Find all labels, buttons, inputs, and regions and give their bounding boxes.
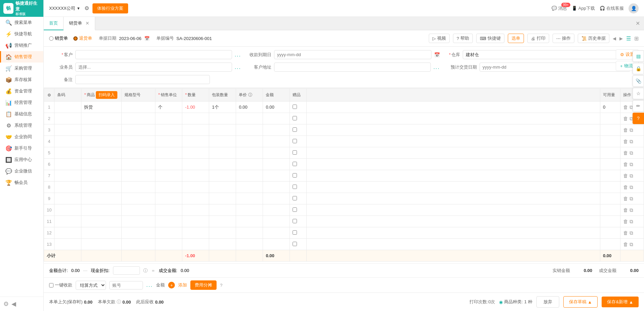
- due-date-calendar-icon[interactable]: 📅: [434, 52, 440, 57]
- gift-checkbox[interactable]: [293, 242, 297, 246]
- expected-date-input[interactable]: [480, 63, 630, 72]
- remarks-input[interactable]: [75, 75, 210, 84]
- delete-icon[interactable]: 🗑: [623, 150, 628, 156]
- copy-icon[interactable]: ⧉: [630, 196, 633, 202]
- row-price[interactable]: 0.00: [236, 102, 263, 113]
- account-more-icon[interactable]: ...: [146, 282, 153, 288]
- sidebar-item-collab[interactable]: 🤝 企业协同: [0, 131, 43, 143]
- expense-btn[interactable]: 费用分摊: [190, 280, 217, 290]
- customer-more-icon[interactable]: ...: [235, 52, 241, 58]
- delete-icon[interactable]: 🗑: [623, 196, 628, 201]
- view-list-icon[interactable]: ☰: [626, 35, 631, 42]
- copy-icon[interactable]: ⧉: [630, 173, 633, 179]
- gift-checkbox[interactable]: [293, 196, 297, 200]
- delete-icon[interactable]: 🗑: [623, 241, 628, 247]
- gift-checkbox[interactable]: [293, 207, 297, 212]
- radio-return[interactable]: 退货单: [73, 35, 92, 41]
- one-click-checkbox[interactable]: [49, 283, 53, 287]
- sidebar-item-guide[interactable]: 🎯 新手引导: [0, 143, 43, 154]
- abandon-btn[interactable]: 放弃: [536, 296, 559, 308]
- sidebar-item-purchase[interactable]: 🛒 采购管理: [0, 63, 43, 74]
- delete-icon[interactable]: 🗑: [623, 104, 628, 110]
- one-click-label[interactable]: 一键收款: [49, 282, 72, 288]
- delete-icon[interactable]: 🗑: [623, 184, 628, 190]
- delete-icon[interactable]: 🗑: [623, 139, 628, 144]
- tab-sales-order[interactable]: 销货单 ✕: [64, 17, 95, 30]
- row-gift[interactable]: [290, 102, 307, 113]
- sidebar-item-sales[interactable]: 🏠 销售管理: [0, 51, 43, 63]
- topbar-gear-icon[interactable]: ⚙: [84, 5, 89, 11]
- help-btn[interactable]: ? 帮助: [453, 34, 473, 43]
- float-btn-1[interactable]: ▤: [633, 50, 644, 62]
- radio-sale-input[interactable]: [49, 36, 53, 41]
- sidebar-item-marketing[interactable]: 📢 营销推广: [0, 40, 43, 51]
- sidebar-item-member[interactable]: 🏆 畅会员: [0, 177, 43, 188]
- barcode-input[interactable]: [57, 105, 78, 110]
- delete-icon[interactable]: 🗑: [623, 207, 628, 213]
- sidebar-item-finance[interactable]: 💰 资金管理: [0, 85, 43, 97]
- row-spec[interactable]: [122, 102, 155, 113]
- sidebar-item-search[interactable]: 🔍 搜索菜单: [0, 17, 43, 28]
- copy-icon[interactable]: ⧉: [630, 127, 633, 133]
- online-service-btn[interactable]: 🎧 在线客服: [600, 5, 624, 11]
- gift-checkbox[interactable]: [293, 185, 297, 189]
- app-download-btn[interactable]: 📱 App下载: [572, 5, 595, 11]
- float-btn-3[interactable]: 📎: [633, 75, 644, 87]
- cash-discount-input[interactable]: [113, 266, 140, 275]
- save-new-btn[interactable]: 保存&新增 ▲: [602, 297, 639, 307]
- tab-close-icon[interactable]: ✕: [85, 21, 89, 26]
- sidebar-item-wechat[interactable]: 💬 企业微信: [0, 165, 43, 177]
- row-barcode[interactable]: [54, 102, 81, 113]
- row-amount[interactable]: 0.00: [263, 102, 290, 113]
- gift-checkbox[interactable]: [293, 173, 297, 178]
- float-btn-5[interactable]: ✏: [633, 100, 644, 112]
- tab-home[interactable]: 首页: [44, 17, 64, 30]
- prev-icon[interactable]: ◀: [613, 36, 616, 41]
- copy-icon[interactable]: ⧉: [630, 230, 633, 236]
- gift-checkbox[interactable]: [293, 219, 297, 223]
- user-avatar[interactable]: 👤: [629, 3, 639, 13]
- history-btn[interactable]: 📜 历史单据: [578, 34, 609, 43]
- copy-icon[interactable]: ⧉: [630, 241, 633, 247]
- float-btn-2[interactable]: 🔒: [633, 63, 644, 74]
- salesman-input[interactable]: [75, 63, 232, 72]
- row-unit[interactable]: 个: [155, 102, 182, 113]
- delete-icon[interactable]: 🗑: [623, 116, 628, 121]
- copy-icon[interactable]: ⧉: [630, 150, 633, 156]
- sidebar-item-basic[interactable]: 📋 基础信息: [0, 108, 43, 120]
- close-all-icon[interactable]: ✕: [636, 20, 640, 27]
- scan-btn[interactable]: 扫码录入: [96, 91, 117, 99]
- copy-icon[interactable]: ⧉: [630, 139, 633, 145]
- message-btn[interactable]: 💬 消息 99+: [552, 5, 567, 11]
- video-btn[interactable]: ▷ 视频: [429, 34, 450, 43]
- radio-sale[interactable]: 销货单: [49, 35, 68, 41]
- save-draft-btn[interactable]: 保存草稿 ▲: [563, 296, 598, 308]
- gift-checkbox[interactable]: [293, 150, 297, 155]
- ops-btn[interactable]: ⋯ 操作: [553, 34, 574, 43]
- salesman-more-icon[interactable]: ...: [235, 64, 241, 70]
- copy-icon[interactable]: ⧉: [630, 161, 633, 167]
- customer-input[interactable]: [75, 50, 232, 59]
- help-circle-icon[interactable]: ⓘ: [143, 268, 148, 274]
- total-owe-help-icon[interactable]: ⓘ: [117, 299, 121, 305]
- gift-checkbox[interactable]: [293, 105, 297, 109]
- calendar-icon[interactable]: 📅: [144, 36, 150, 41]
- company-selector[interactable]: XXXXXX公司 ▾: [49, 5, 80, 11]
- gift-checkbox[interactable]: [293, 116, 297, 120]
- copy-icon[interactable]: ⧉: [630, 184, 633, 190]
- bottom-gear-icon[interactable]: ⚙: [3, 300, 9, 308]
- float-btn-6[interactable]: ?: [633, 113, 644, 124]
- radio-return-input[interactable]: [73, 36, 78, 41]
- warehouse-input[interactable]: [463, 50, 630, 59]
- copy-icon[interactable]: ⧉: [630, 207, 633, 213]
- gift-checkbox[interactable]: [293, 230, 297, 235]
- gift-checkbox[interactable]: [293, 162, 297, 166]
- row-product[interactable]: 拆货: [81, 102, 122, 113]
- sidebar-item-quicknav[interactable]: ⚡ 快捷导航: [0, 28, 43, 40]
- next-icon[interactable]: ▶: [619, 36, 623, 41]
- sidebar-collapse-icon[interactable]: ◀: [11, 300, 16, 308]
- add-btn[interactable]: +: [168, 282, 175, 288]
- copy-icon[interactable]: ⧉: [630, 219, 633, 225]
- expense-help-icon[interactable]: ?: [220, 283, 222, 288]
- gift-checkbox[interactable]: [293, 127, 297, 132]
